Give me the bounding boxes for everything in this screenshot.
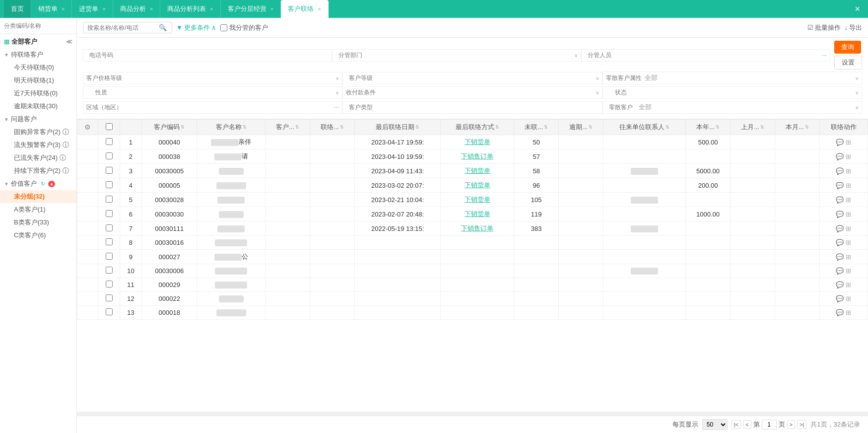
last-contact-type-link[interactable]: 下销货单: [465, 138, 490, 145]
cell-check[interactable]: [98, 264, 120, 278]
select-all-checkbox[interactable]: [106, 123, 113, 130]
sidebar-item-declining[interactable]: 持续下滑客户(2) ⓘ: [0, 164, 76, 177]
tab-home[interactable]: 首页: [4, 0, 31, 18]
sidebar-item-abnormal-purchase[interactable]: 固购异常客户(2) ⓘ: [0, 126, 76, 139]
col-this-month[interactable]: 本月... ⇅: [775, 120, 819, 135]
settings-icon[interactable]: ⚙: [84, 123, 91, 131]
next-page-button[interactable]: >: [787, 420, 795, 429]
chat-icon[interactable]: 💬: [836, 182, 844, 189]
col-uncontacted[interactable]: 未联... ⇅: [514, 120, 559, 135]
tab-purchase[interactable]: 进货单 ×: [72, 0, 113, 18]
sidebar-item-class-b[interactable]: B类客户(33): [0, 216, 76, 229]
chat-icon[interactable]: 💬: [836, 225, 844, 232]
all-customers-header[interactable]: ⊞ 全部客户 ≪: [0, 34, 76, 48]
cell-check[interactable]: [98, 207, 120, 221]
cell-check[interactable]: [98, 278, 120, 292]
grid-action-icon[interactable]: ⊞: [846, 153, 851, 160]
page-size-select[interactable]: 50 100 200: [702, 419, 728, 430]
phone-input[interactable]: [119, 52, 329, 59]
grid-action-icon[interactable]: ⊞: [846, 167, 851, 175]
customer-type-input[interactable]: [379, 104, 599, 111]
close-customer-tier-icon[interactable]: ×: [270, 6, 273, 12]
cell-check[interactable]: [98, 292, 120, 306]
cell-check[interactable]: [98, 306, 120, 320]
close-sales-icon[interactable]: ×: [62, 6, 65, 12]
chat-icon[interactable]: 💬: [836, 267, 844, 275]
col-last-type[interactable]: 最后联络方式 ⇅: [441, 120, 514, 135]
last-contact-type-link[interactable]: 下销售订单: [461, 152, 493, 160]
close-goods-list-icon[interactable]: ×: [210, 6, 213, 12]
row-checkbox[interactable]: [106, 294, 113, 301]
col-last-date[interactable]: 最后联络日期 ⇅: [354, 120, 440, 135]
chat-icon[interactable]: 💬: [836, 196, 844, 204]
my-customer-checkbox[interactable]: [220, 24, 227, 31]
row-checkbox[interactable]: [106, 281, 113, 288]
row-checkbox[interactable]: [106, 196, 113, 203]
grid-action-icon[interactable]: ⊞: [846, 225, 851, 232]
col-contact[interactable]: 联络... ⇅: [310, 120, 355, 135]
sidebar-item-class-a[interactable]: A类客户(1): [0, 203, 76, 216]
row-checkbox[interactable]: [106, 308, 113, 315]
pending-contact-header[interactable]: ▼ 待联络客户: [0, 48, 76, 61]
sidebar-item-lost[interactable]: 已流失客户(24) ⓘ: [0, 151, 76, 164]
sidebar-item-loss-warning[interactable]: 流失预警客户(3) ⓘ: [0, 139, 76, 151]
col-name[interactable]: 客户名称 ⇅: [197, 120, 266, 135]
search-input[interactable]: [87, 24, 157, 31]
close-purchase-icon[interactable]: ×: [102, 6, 105, 12]
tab-goods-list[interactable]: 商品分析列表 ×: [160, 0, 220, 18]
sidebar-item-7days-pending[interactable]: 近7天待联络(0): [0, 87, 76, 100]
cell-check[interactable]: [98, 236, 120, 250]
last-contact-type-link[interactable]: 下销货单: [465, 181, 490, 189]
cell-check[interactable]: [98, 178, 120, 193]
col-last-month[interactable]: 上月... ⇅: [731, 120, 775, 135]
grid-action-icon[interactable]: ⊞: [846, 267, 851, 275]
chat-icon[interactable]: 💬: [836, 167, 844, 175]
chat-icon[interactable]: 💬: [836, 139, 844, 146]
cell-check[interactable]: [98, 135, 120, 149]
row-checkbox[interactable]: [106, 224, 113, 231]
cell-check[interactable]: [98, 250, 120, 264]
grid-action-icon[interactable]: ⊞: [846, 295, 851, 302]
close-goods-analysis-icon[interactable]: ×: [150, 6, 153, 12]
chat-icon[interactable]: 💬: [836, 211, 844, 218]
tab-sales[interactable]: 销货单 ×: [31, 0, 72, 18]
sidebar-item-class-c[interactable]: C类客户(6): [0, 229, 76, 242]
cell-check[interactable]: [98, 149, 120, 164]
chat-icon[interactable]: 💬: [836, 239, 844, 246]
grid-action-icon[interactable]: ⊞: [846, 139, 851, 146]
status-select[interactable]: ∨: [639, 90, 859, 95]
grid-action-icon[interactable]: ⊞: [846, 182, 851, 189]
grid-action-icon[interactable]: ⊞: [846, 196, 851, 204]
prev-page-button[interactable]: <: [743, 420, 751, 429]
query-button[interactable]: 查询: [834, 41, 861, 54]
grid-action-icon[interactable]: ⊞: [846, 211, 851, 218]
refresh-icon[interactable]: ↻: [41, 181, 45, 187]
chat-icon[interactable]: 💬: [836, 309, 844, 316]
grid-action-icon[interactable]: ⊞: [846, 239, 851, 246]
manager-more-icon[interactable]: ···: [822, 52, 827, 59]
region-input[interactable]: [125, 104, 331, 111]
col-this-year[interactable]: 本年... ⇅: [686, 120, 731, 135]
sparse-select[interactable]: 全部 ∨: [639, 103, 859, 112]
cell-check[interactable]: [98, 221, 120, 236]
row-checkbox[interactable]: [106, 152, 113, 159]
cell-check[interactable]: [98, 164, 120, 178]
horizontal-scrollbar[interactable]: [77, 412, 868, 416]
row-checkbox[interactable]: [106, 253, 113, 260]
close-all-button[interactable]: ×: [851, 4, 864, 14]
chat-icon[interactable]: 💬: [836, 153, 844, 160]
col-unit-contact[interactable]: 往来单位联系人 ⇅: [603, 120, 685, 135]
row-checkbox[interactable]: [106, 138, 113, 145]
chat-icon[interactable]: 💬: [836, 295, 844, 302]
sidebar-search-input[interactable]: [4, 22, 77, 29]
row-checkbox[interactable]: [106, 167, 113, 174]
reset-button[interactable]: 设置: [834, 56, 862, 70]
sidebar-item-tomorrow-pending[interactable]: 明天待联络(1): [0, 74, 76, 87]
tab-goods-analysis[interactable]: 商品分析 ×: [113, 0, 160, 18]
my-customer-checkbox-wrapper[interactable]: 我分管的客户: [220, 23, 268, 32]
sidebar-item-ungrouped[interactable]: 未分组(32): [0, 190, 76, 203]
tab-customer-tier[interactable]: 客户分层经营 ×: [221, 0, 281, 18]
collapse-sidebar-icon[interactable]: ≪: [66, 38, 72, 45]
col-overdue[interactable]: 逾期... ⇅: [559, 120, 603, 135]
search-box-icon[interactable]: 🔍: [159, 24, 167, 31]
